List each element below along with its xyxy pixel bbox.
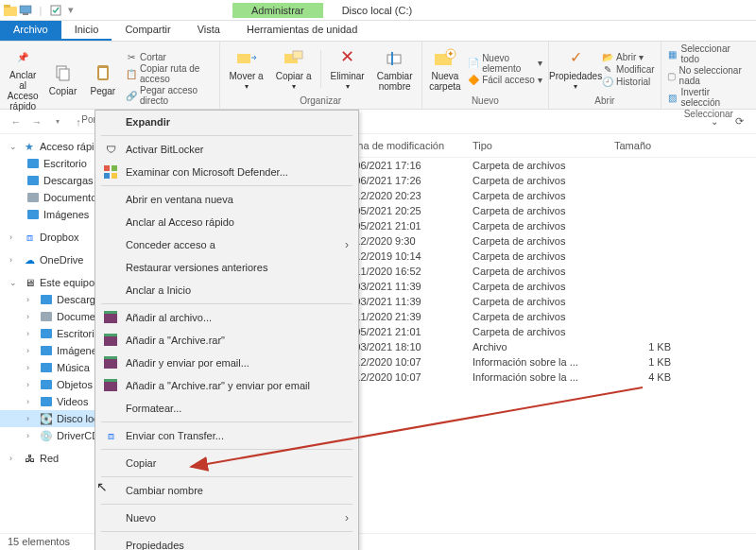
row-size — [614, 220, 680, 232]
ctx-defender[interactable]: Examinar con Microsoft Defender... — [95, 161, 358, 183]
dropdown-icon[interactable]: ▾ — [64, 4, 77, 17]
history-label: Historial — [616, 77, 650, 87]
pin-button[interactable]: 📌Anclar al Acceso rápido — [4, 43, 42, 113]
row-type: Carpeta de archivos — [472, 326, 614, 337]
row-type: Carpeta de archivos — [472, 205, 614, 216]
svg-rect-21 — [104, 314, 117, 323]
row-date: 26/05/2021 21:01 — [340, 326, 472, 337]
ctx-send-transfer-label: Enviar con Transfer... — [126, 430, 224, 441]
ctx-properties[interactable]: Propiedades — [95, 534, 358, 550]
forward-button[interactable]: → — [28, 113, 45, 130]
ctx-separator — [101, 303, 352, 304]
tab-share[interactable]: Compartir — [112, 21, 183, 41]
ctx-send-transfer[interactable]: ⧈Enviar con Transfer... — [95, 424, 358, 447]
tab-file[interactable]: Archivo — [0, 21, 61, 41]
col-date[interactable]: Fecha de modificación — [340, 140, 472, 151]
svg-rect-26 — [104, 356, 117, 359]
ctx-separator — [101, 504, 352, 505]
ribbon: 📌Anclar al Acceso rápido Copiar Pegar ✂C… — [0, 42, 756, 110]
dropbox-icon: ⧈ — [103, 428, 118, 443]
ctx-pin-quick[interactable]: Anclar al Acceso rápido — [95, 211, 358, 233]
ctx-new-window[interactable]: Abrir en ventana nueva — [95, 188, 358, 211]
new-item-button[interactable]: 📄Nuevo elemento ▾ — [466, 53, 544, 74]
ctx-new[interactable]: Nuevo› — [95, 507, 358, 529]
ctx-separator — [101, 476, 352, 477]
ctx-copy[interactable]: Copiar — [95, 452, 358, 474]
row-date: 22/12/2020 9:30 — [340, 235, 472, 247]
nav-videos-label: Videos — [57, 396, 88, 407]
paste-shortcut-button[interactable]: 🔗Pegar acceso directo — [124, 85, 215, 106]
history-button[interactable]: 🕘Historial — [600, 76, 657, 87]
row-date: 27/12/2020 20:23 — [340, 190, 472, 201]
move-to-button[interactable]: Mover a▾ — [224, 44, 269, 94]
ctx-expand[interactable]: Expandir — [95, 111, 358, 133]
row-date: 06/06/2021 17:16 — [340, 160, 472, 171]
folder-icon[interactable] — [4, 4, 17, 17]
cut-label: Cortar — [140, 52, 166, 62]
copy-button[interactable]: Copiar — [43, 60, 81, 98]
col-type[interactable]: Tipo — [472, 140, 614, 151]
ctx-add-archive-rar-label: Añadir a "Archive.rar" — [126, 335, 225, 346]
edit-button[interactable]: ✎Modificar — [600, 63, 657, 75]
row-type: Carpeta de archivos — [472, 266, 614, 277]
contextual-tab[interactable]: Administrar — [232, 3, 323, 18]
ctx-separator — [101, 449, 352, 450]
back-button[interactable]: ← — [8, 113, 25, 130]
computer-icon[interactable] — [19, 4, 32, 17]
paste-button[interactable]: Pegar — [84, 60, 122, 98]
delete-button[interactable]: ✕Eliminar▾ — [325, 44, 370, 94]
title-bar: | ▾ Administrar Disco local (C:) — [0, 0, 756, 21]
new-folder-button[interactable]: ✦Nueva carpeta — [426, 44, 465, 94]
ctx-add-archive-rar[interactable]: Añadir a "Archive.rar" — [95, 329, 358, 352]
select-all-button[interactable]: ▦Seleccionar todo — [665, 43, 752, 64]
col-size[interactable]: Tamaño — [614, 140, 680, 151]
ctx-add-send-email[interactable]: Añadir y enviar por email... — [95, 352, 358, 374]
winrar-icon — [103, 378, 118, 393]
divider-icon: | — [34, 4, 47, 17]
edit-label: Modificar — [616, 64, 655, 75]
cut-button[interactable]: ✂Cortar — [124, 51, 215, 62]
tab-view[interactable]: Vista — [184, 21, 233, 41]
copy-path-button[interactable]: 📋Copiar ruta de acceso — [124, 63, 215, 84]
address-dropdown-icon[interactable]: ⌄ — [705, 112, 724, 131]
row-type: Información sobre la ... — [472, 371, 614, 383]
row-size: 1 KB — [614, 341, 680, 352]
ctx-format[interactable]: Formatear... — [95, 397, 358, 420]
svg-rect-18 — [112, 165, 117, 171]
properties-button[interactable]: ✓Propiedades▾ — [553, 44, 598, 94]
new-item-label: Nuevo elemento — [482, 53, 535, 74]
row-type: Carpeta de archivos — [472, 296, 614, 307]
winrar-icon — [103, 310, 118, 325]
properties-label: Propiedades — [549, 71, 602, 81]
tab-drive-tools[interactable]: Herramientas de unidad — [233, 21, 370, 41]
ctx-bitlocker[interactable]: 🛡Activar BitLocker — [95, 138, 358, 161]
ctx-rename[interactable]: Cambiar nombre — [95, 479, 358, 502]
refresh-button[interactable]: ⟳ — [730, 112, 748, 131]
row-type: Carpeta de archivos — [472, 311, 614, 322]
invert-selection-button[interactable]: ▨Invertir selección — [665, 87, 752, 108]
nav-onedrive-label: OneDrive — [40, 254, 83, 266]
easy-access-button[interactable]: 🔶Fácil acceso ▾ — [466, 75, 544, 86]
rename-button[interactable]: Cambiar nombre — [372, 44, 418, 94]
row-date: 10/03/2021 18:10 — [340, 341, 472, 352]
svg-rect-6 — [60, 69, 69, 80]
row-date: 20/05/2021 20:25 — [340, 205, 472, 216]
copy-to-button[interactable]: Copiar a▾ — [271, 44, 317, 94]
ctx-add-archive[interactable]: Añadir al archivo... — [95, 306, 358, 329]
select-none-button[interactable]: ▢No seleccionar nada — [665, 65, 752, 86]
ctx-separator — [101, 185, 352, 186]
open-label: Abrir — [616, 52, 636, 62]
ctx-grant-access-label: Conceder acceso a — [126, 239, 215, 250]
ctx-restore[interactable]: Restaurar versiones anteriores — [95, 256, 358, 279]
group-open: ✓Propiedades▾ 📂Abrir ▾ ✎Modificar 🕘Histo… — [549, 42, 662, 109]
ctx-grant-access[interactable]: Conceder acceso a› — [95, 233, 358, 256]
ctx-pin-start[interactable]: Anclar a Inicio — [95, 279, 358, 301]
ctx-new-label: Nuevo — [126, 512, 156, 524]
history-dropdown[interactable]: ▾ — [49, 113, 66, 130]
tab-home[interactable]: Inicio — [61, 21, 112, 41]
checkbox-icon[interactable] — [49, 4, 62, 17]
up-button[interactable]: ↑ — [70, 113, 87, 130]
pin-label: Anclar al Acceso rápido — [6, 70, 40, 112]
ctx-add-rar-email[interactable]: Añadir a "Archive.rar" y enviar por emai… — [95, 374, 358, 397]
open-button[interactable]: 📂Abrir ▾ — [600, 51, 657, 62]
